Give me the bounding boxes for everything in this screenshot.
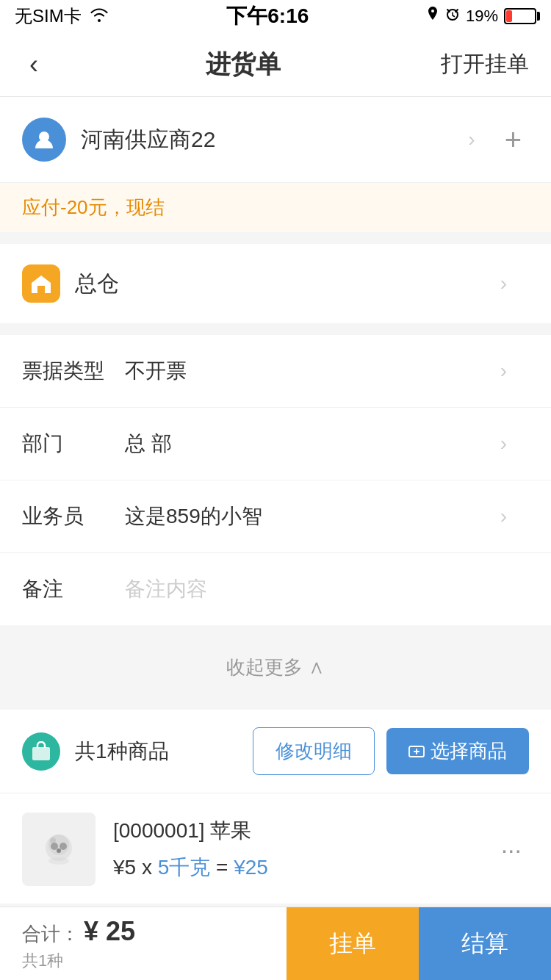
status-left: 无SIM卡 — [15, 4, 109, 28]
location-icon — [426, 7, 439, 26]
product-count: 共1种商品 — [75, 738, 253, 765]
supplier-chevron-icon: › — [468, 128, 475, 151]
status-bar: 无SIM卡 下午6:16 19% — [0, 0, 551, 32]
status-right: 19% — [426, 7, 536, 26]
status-time: 下午6:16 — [226, 2, 309, 30]
warehouse-section: 总仓 › — [0, 244, 551, 323]
battery-icon — [504, 8, 536, 24]
main-content: 河南供应商22 › + 应付-20元，现结 总仓 › 票据类型 不开票 › 部门 — [0, 97, 551, 980]
department-label: 部门 — [22, 430, 110, 458]
remark-placeholder: 备注内容 — [125, 575, 529, 603]
add-supplier-button[interactable]: + — [497, 123, 529, 156]
form-section: 票据类型 不开票 › 部门 总 部 › 业务员 这是859的小智 › 备注 备注… — [0, 335, 551, 625]
hang-order-button[interactable]: 挂单 — [287, 907, 419, 981]
svg-point-11 — [57, 849, 61, 853]
product-more-button[interactable]: ··· — [494, 828, 529, 871]
invoice-value: 不开票 — [125, 357, 500, 385]
select-product-button[interactable]: 选择商品 — [386, 728, 529, 774]
edit-detail-button[interactable]: 修改明细 — [253, 727, 375, 775]
svg-point-10 — [60, 843, 67, 850]
svg-rect-2 — [37, 286, 45, 293]
salesman-row[interactable]: 业务员 这是859的小智 › — [0, 480, 551, 553]
quantity: 5千克 — [158, 856, 211, 879]
collapse-label: 收起更多 ∧ — [226, 655, 324, 680]
product-title: 苹果 — [210, 819, 251, 842]
product-thumbnail — [22, 813, 96, 886]
nav-bar: ‹ 进货单 打开挂单 — [0, 32, 551, 97]
salesman-label: 业务员 — [22, 502, 110, 530]
invoice-chevron-icon: › — [500, 359, 507, 383]
remark-row[interactable]: 备注 备注内容 — [0, 553, 551, 625]
invoice-label: 票据类型 — [22, 357, 110, 385]
department-chevron-icon: › — [500, 432, 507, 455]
total-label: 合计： — [22, 921, 79, 947]
collapse-button[interactable]: 收起更多 ∧ — [0, 637, 551, 698]
product-name: [0000001] 苹果 — [113, 817, 494, 845]
product-section: 共1种商品 修改明细 选择商品 — [0, 710, 551, 904]
department-row[interactable]: 部门 总 部 › — [0, 408, 551, 480]
salesman-value: 这是859的小智 — [125, 502, 500, 530]
invoice-row[interactable]: 票据类型 不开票 › — [0, 335, 551, 408]
total-sub: 共1种 — [22, 950, 264, 972]
svg-point-9 — [51, 843, 58, 850]
product-info: [0000001] 苹果 ¥5 x 5千克 = ¥25 — [113, 817, 494, 882]
remark-label: 备注 — [22, 575, 110, 603]
svg-rect-3 — [32, 747, 50, 760]
supplier-alert: 应付-20元，现结 — [0, 183, 551, 232]
total-main: 合计： ¥ 25 — [22, 916, 264, 947]
wifi-icon — [89, 6, 109, 26]
unit-price: ¥5 x — [113, 856, 158, 879]
alarm-icon — [445, 7, 460, 26]
supplier-section: 河南供应商22 › + 应付-20元，现结 — [0, 97, 551, 232]
warehouse-name: 总仓 — [75, 269, 500, 299]
total-amount: ¥ 25 — [84, 916, 135, 947]
product-price: ¥5 x 5千克 = ¥25 — [113, 854, 494, 882]
supplier-name: 河南供应商22 — [81, 125, 468, 155]
page-title: 进货单 — [206, 48, 281, 82]
product-code: [0000001] — [113, 819, 210, 842]
select-product-label: 选择商品 — [431, 738, 507, 764]
warehouse-icon — [22, 264, 60, 303]
product-header: 共1种商品 修改明细 选择商品 — [0, 710, 551, 793]
signal-text: 无SIM卡 — [15, 4, 82, 28]
product-icon — [22, 732, 60, 771]
total-section: 合计： ¥ 25 共1种 — [0, 916, 287, 972]
bottom-bar: 合计： ¥ 25 共1种 挂单 结算 — [0, 907, 551, 980]
svg-point-8 — [46, 835, 72, 861]
department-value: 总 部 — [125, 430, 500, 458]
open-pending-button[interactable]: 打开挂单 — [441, 49, 529, 79]
checkout-button[interactable]: 结算 — [419, 907, 551, 981]
supplier-avatar — [22, 118, 66, 162]
price-equals: = — [210, 856, 234, 879]
supplier-row[interactable]: 河南供应商22 › + — [0, 97, 551, 183]
warehouse-row[interactable]: 总仓 › — [0, 244, 551, 323]
warehouse-chevron-icon: › — [500, 272, 507, 295]
product-item: [0000001] 苹果 ¥5 x 5千克 = ¥25 ··· — [0, 795, 551, 904]
total-price: ¥25 — [234, 856, 268, 879]
battery-percent: 19% — [466, 7, 498, 26]
back-button[interactable]: ‹ — [22, 42, 46, 87]
salesman-chevron-icon: › — [500, 505, 507, 528]
